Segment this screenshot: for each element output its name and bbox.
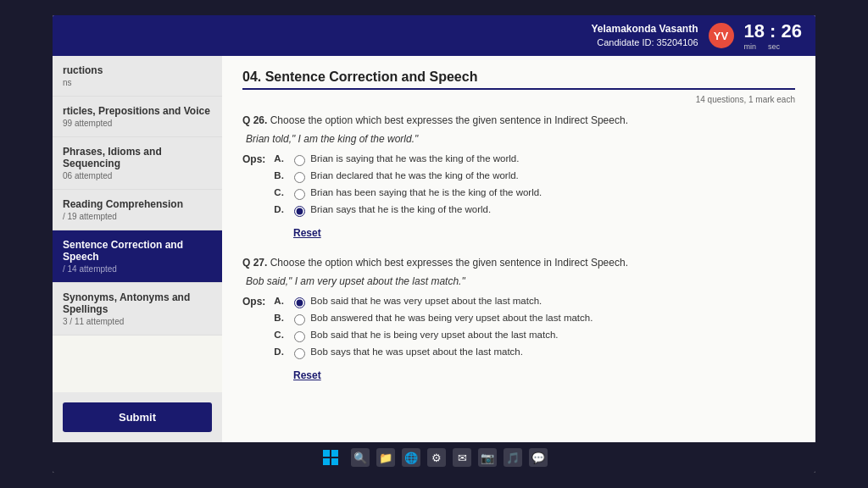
sidebar-item-meta: 99 attempted bbox=[63, 119, 212, 128]
settings-icon[interactable]: ⚙ bbox=[427, 448, 446, 467]
ops-row-27: Ops: A. Bob said that he was very upset … bbox=[242, 296, 795, 359]
option-26-a-text: Brian is saying that he was the king of … bbox=[310, 153, 519, 164]
svg-rect-3 bbox=[331, 458, 338, 465]
question-27-instruction: Choose the option which best expresses t… bbox=[270, 257, 628, 269]
top-bar: Yelamakonda Vasanth Candidate ID: 352041… bbox=[53, 15, 815, 56]
sidebar-item-title: Phrases, Idioms and Sequencing bbox=[63, 146, 212, 169]
question-26-instruction: Choose the option which best expresses t… bbox=[270, 114, 628, 126]
option-27-d-text: Bob says that he was upset about the las… bbox=[310, 347, 523, 357]
option-letter: B. bbox=[274, 313, 289, 323]
sidebar-item-meta: ns bbox=[63, 78, 212, 87]
sidebar-item-title: Sentence Correction and Speech bbox=[63, 239, 212, 263]
search-icon[interactable]: 🔍 bbox=[351, 448, 370, 467]
question-26-text: Brian told," I am the king of the world.… bbox=[242, 133, 795, 145]
svg-rect-0 bbox=[323, 450, 330, 457]
option-26-d-radio[interactable] bbox=[294, 206, 305, 217]
sidebar-item-meta: / 19 attempted bbox=[63, 212, 212, 221]
app-icon-1[interactable]: 📷 bbox=[478, 448, 497, 467]
option-27-c: C. Bob said that he is being very upset … bbox=[274, 330, 593, 342]
option-26-a: A. Brian is saying that he was the king … bbox=[274, 153, 542, 166]
question-26-number: Q 26. bbox=[242, 114, 267, 126]
question-27-number: Q 27. bbox=[242, 257, 267, 269]
question-26-header: Q 26. Choose the option which best expre… bbox=[242, 114, 795, 126]
option-letter: A. bbox=[274, 153, 289, 164]
question-26: Q 26. Choose the option which best expre… bbox=[242, 114, 795, 240]
sidebar-item-synonyms[interactable]: Synonyms, Antonyms and Spellings 3 / 11 … bbox=[53, 283, 222, 336]
option-27-d-radio[interactable] bbox=[294, 348, 305, 359]
content-area: 04. Sentence Correction and Speech 14 qu… bbox=[222, 56, 815, 442]
question-27-header: Q 27. Choose the option which best expre… bbox=[242, 257, 795, 269]
submit-btn-container: Submit bbox=[53, 392, 222, 442]
avatar: YV bbox=[709, 23, 734, 48]
sidebar-item-meta: 06 attempted bbox=[63, 171, 212, 180]
section-title: 04. Sentence Correction and Speech bbox=[242, 69, 795, 90]
option-27-d: D. Bob says that he was upset about the … bbox=[274, 347, 593, 359]
option-letter: A. bbox=[274, 296, 289, 306]
sidebar-item-phrases[interactable]: Phrases, Idioms and Sequencing 06 attemp… bbox=[53, 137, 222, 190]
user-info: Yelamakonda Vasanth Candidate ID: 352041… bbox=[591, 22, 698, 49]
option-26-b: B. Brian declared that he was the king o… bbox=[274, 170, 542, 183]
sidebar-item-title: rticles, Prepositions and Voice bbox=[63, 105, 212, 117]
options-27: A. Bob said that he was very upset about… bbox=[274, 296, 593, 359]
min-label: min bbox=[744, 42, 757, 51]
ops-label-27: Ops: bbox=[242, 296, 265, 308]
option-27-c-radio[interactable] bbox=[294, 331, 305, 342]
option-letter: C. bbox=[274, 330, 289, 340]
option-27-a-radio[interactable] bbox=[294, 297, 305, 308]
browser-icon[interactable]: 🌐 bbox=[402, 448, 420, 467]
option-27-c-text: Bob said that he is being very upset abo… bbox=[310, 330, 558, 340]
option-26-c: C. Brian has been saying that he is the … bbox=[274, 187, 542, 200]
section-meta: 14 questions, 1 mark each bbox=[242, 95, 795, 104]
user-name: Yelamakonda Vasanth bbox=[591, 22, 698, 36]
option-26-c-text: Brian has been saying that he is the kin… bbox=[310, 187, 542, 197]
sidebar-item-sentence-correction[interactable]: Sentence Correction and Speech / 14 atte… bbox=[53, 230, 222, 283]
sidebar-wrapper: ructions ns rticles, Prepositions and Vo… bbox=[53, 56, 222, 442]
app-icon-2[interactable]: 🎵 bbox=[504, 448, 522, 467]
option-27-b: B. Bob answered that he was being very u… bbox=[274, 313, 593, 325]
mail-icon[interactable]: ✉ bbox=[453, 448, 471, 467]
option-26-b-text: Brian declared that he was the king of t… bbox=[310, 170, 518, 180]
svg-rect-1 bbox=[331, 450, 338, 457]
option-26-d: D. Brian says that he is the king of the… bbox=[274, 204, 542, 217]
main-content: ructions ns rticles, Prepositions and Vo… bbox=[53, 56, 815, 442]
reset-button-26[interactable]: Reset bbox=[293, 227, 321, 239]
app-icon-3[interactable]: 💬 bbox=[529, 448, 548, 467]
candidate-id: Candidate ID: 35204106 bbox=[591, 36, 698, 49]
timer: 18 : 26 min sec bbox=[744, 20, 803, 51]
options-26: A. Brian is saying that he was the king … bbox=[274, 153, 542, 217]
sidebar-item-title: ructions bbox=[63, 64, 212, 76]
sec-label: sec bbox=[768, 42, 780, 51]
taskbar: 🔍 📁 🌐 ⚙ ✉ 📷 🎵 💬 bbox=[53, 442, 815, 473]
option-letter: C. bbox=[274, 187, 289, 197]
sidebar: ructions ns rticles, Prepositions and Vo… bbox=[53, 56, 222, 336]
option-26-c-radio[interactable] bbox=[294, 189, 305, 200]
sidebar-item-instructions[interactable]: ructions ns bbox=[53, 56, 222, 97]
sidebar-item-meta: 3 / 11 attempted bbox=[63, 317, 212, 326]
svg-rect-2 bbox=[323, 458, 330, 465]
windows-logo-icon[interactable] bbox=[320, 447, 341, 468]
timer-display: 18 : 26 bbox=[744, 20, 803, 42]
option-27-a-text: Bob said that he was very upset about th… bbox=[310, 296, 542, 306]
option-27-b-text: Bob answered that he was being very upse… bbox=[310, 313, 593, 323]
option-letter: D. bbox=[274, 204, 289, 214]
option-26-b-radio[interactable] bbox=[294, 172, 305, 183]
option-letter: B. bbox=[274, 170, 289, 180]
submit-button[interactable]: Submit bbox=[63, 402, 212, 432]
option-27-a: A. Bob said that he was very upset about… bbox=[274, 296, 593, 308]
option-letter: D. bbox=[274, 347, 289, 357]
option-26-d-text: Brian says that he is the king of the wo… bbox=[310, 204, 491, 214]
timer-labels: min sec bbox=[744, 42, 803, 51]
sidebar-item-title: Synonyms, Antonyms and Spellings bbox=[63, 291, 212, 315]
sidebar-item-title: Reading Comprehension bbox=[63, 198, 212, 210]
option-27-b-radio[interactable] bbox=[294, 314, 305, 325]
sidebar-item-meta: / 14 attempted bbox=[63, 264, 212, 274]
ops-row-26: Ops: A. Brian is saying that he was the … bbox=[242, 153, 795, 217]
question-27-text: Bob said," I am very upset about the las… bbox=[242, 275, 795, 287]
file-manager-icon[interactable]: 📁 bbox=[376, 448, 395, 467]
question-27: Q 27. Choose the option which best expre… bbox=[242, 257, 795, 382]
sidebar-item-articles[interactable]: rticles, Prepositions and Voice 99 attem… bbox=[53, 97, 222, 137]
ops-label-26: Ops: bbox=[242, 153, 265, 165]
option-26-a-radio[interactable] bbox=[294, 155, 305, 166]
reset-button-27[interactable]: Reset bbox=[293, 369, 321, 381]
sidebar-item-reading[interactable]: Reading Comprehension / 19 attempted bbox=[53, 190, 222, 230]
